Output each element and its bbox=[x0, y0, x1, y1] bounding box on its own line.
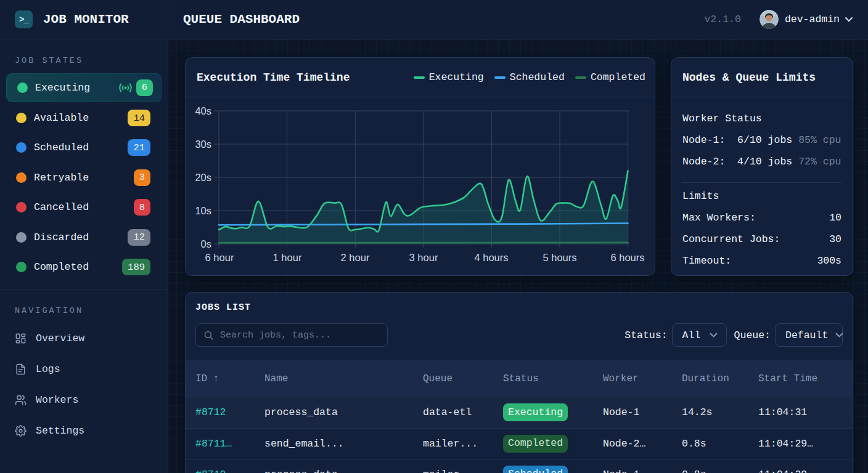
svg-text:5 hours: 5 hours bbox=[542, 252, 576, 263]
svg-text:4 hours: 4 hours bbox=[474, 252, 508, 263]
svg-text:20s: 20s bbox=[195, 172, 211, 183]
svg-text:2 hour: 2 hour bbox=[341, 252, 370, 263]
svg-text:0s: 0s bbox=[201, 238, 211, 249]
svg-text:10s: 10s bbox=[195, 205, 211, 216]
svg-text:40s: 40s bbox=[195, 105, 211, 116]
svg-text:30s: 30s bbox=[195, 139, 211, 150]
svg-text:3 hour: 3 hour bbox=[409, 252, 438, 263]
svg-text:1 hour: 1 hour bbox=[273, 252, 302, 263]
svg-text:6 hour: 6 hour bbox=[205, 252, 234, 263]
svg-text:6 hours: 6 hours bbox=[610, 252, 644, 263]
